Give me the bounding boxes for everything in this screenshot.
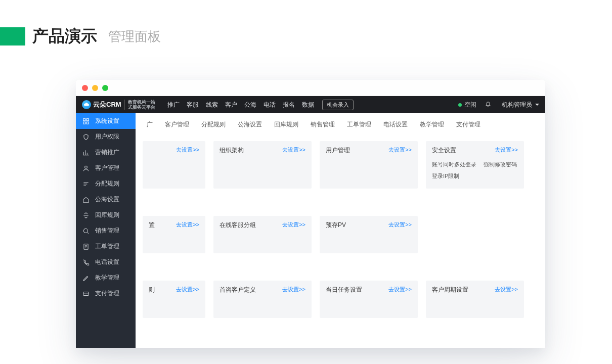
settings-card: 用户管理去设置>> — [320, 141, 418, 189]
status-text: 空闲 — [464, 101, 476, 109]
sidebar-item-label: 支付管理 — [95, 289, 119, 298]
app-window: 云朵CRM 教育机构一站 式服务云平台 推广客服线索客户公海电话报名数据 机会录… — [76, 80, 545, 348]
sidebar-item[interactable]: 工单管理 — [76, 239, 136, 254]
sidebar-item[interactable]: 系统设置 — [76, 113, 136, 129]
sidebar-item-label: 教学管理 — [95, 274, 119, 282]
doc-icon — [82, 243, 90, 251]
card-tag: 账号同时多处登录 — [432, 161, 476, 168]
settings-card: 则去设置>> — [143, 281, 205, 318]
go-settings-link[interactable]: 去设置>> — [176, 286, 199, 293]
shield-icon — [82, 133, 90, 141]
svg-rect-7 — [83, 292, 89, 295]
app-header: 云朵CRM 教育机构一站 式服务云平台 推广客服线索客户公海电话报名数据 机会录… — [76, 96, 545, 113]
sidebar-item-label: 工单管理 — [95, 242, 119, 251]
user-menu[interactable]: 机构管理员 — [485, 101, 539, 109]
nav-item[interactable]: 客户 — [225, 101, 237, 109]
content-area: 广客户管理分配规则公海设置回库规则销售管理工单管理电话设置教学管理支付管理 去设… — [136, 113, 545, 348]
go-settings-link[interactable]: 去设置>> — [176, 221, 199, 229]
settings-card: 置去设置>> — [143, 216, 205, 253]
card-area: 去设置>>组织架构去设置>>用户管理去设置>>安全设置去设置>>账号同时多处登录… — [136, 131, 545, 318]
app-header-left: 云朵CRM 教育机构一站 式服务云平台 推广客服线索客户公海电话报名数据 机会录… — [82, 100, 354, 110]
go-settings-link[interactable]: 去设置>> — [388, 221, 412, 229]
status-indicator[interactable]: 空闲 — [458, 101, 476, 109]
user-label: 机构管理员 — [502, 101, 532, 109]
nav-item[interactable]: 数据 — [302, 101, 314, 109]
nav-item[interactable]: 线索 — [206, 101, 218, 109]
tab-item[interactable]: 电话设置 — [379, 118, 412, 131]
window-zoom-icon[interactable] — [102, 85, 108, 91]
card-tag: 强制修改密码 — [484, 161, 517, 168]
tab-item[interactable]: 公海设置 — [234, 118, 266, 131]
user-icon — [82, 164, 90, 172]
sidebar: 系统设置用户权限营销推广客户管理分配规则公海设置回库规则销售管理工单管理电话设置… — [76, 113, 136, 348]
record-opportunity-button[interactable]: 机会录入 — [322, 100, 354, 110]
status-dot-icon — [458, 103, 462, 107]
go-settings-link[interactable]: 去设置>> — [282, 221, 305, 229]
tab-item[interactable]: 工单管理 — [343, 118, 375, 131]
brand-text: 云朵CRM — [93, 100, 121, 109]
settings-card: 组织架构去设置>> — [213, 141, 312, 189]
sidebar-item[interactable]: 分配规则 — [76, 176, 136, 192]
settings-card: 客户周期设置去设置>> — [426, 281, 524, 318]
sidebar-item[interactable]: 客户管理 — [76, 160, 136, 176]
brand-logo[interactable]: 云朵CRM 教育机构一站 式服务云平台 — [82, 100, 155, 110]
svg-rect-3 — [86, 122, 89, 124]
sales-icon — [82, 227, 90, 235]
sidebar-item[interactable]: 用户权限 — [76, 129, 136, 145]
card-icon — [82, 290, 90, 298]
sidebar-item-label: 回库规则 — [95, 211, 119, 219]
go-settings-link[interactable]: 去设置>> — [495, 286, 518, 293]
go-settings-link[interactable]: 去设置>> — [282, 286, 305, 293]
sidebar-item[interactable]: 销售管理 — [76, 223, 136, 239]
go-settings-link[interactable]: 去设置>> — [282, 146, 305, 154]
settings-card: 当日任务设置去设置>> — [320, 281, 418, 318]
settings-card: 首咨客户定义去设置>> — [213, 281, 312, 318]
card-row: 去设置>>组织架构去设置>>用户管理去设置>>安全设置去设置>>账号同时多处登录… — [143, 141, 538, 189]
sidebar-item[interactable]: 支付管理 — [76, 286, 136, 301]
go-settings-link[interactable]: 去设置>> — [495, 146, 518, 154]
sidebar-item[interactable]: 电话设置 — [76, 254, 136, 270]
nav-item[interactable]: 推广 — [167, 101, 180, 109]
tab-item[interactable]: 销售管理 — [307, 118, 339, 131]
rule-icon — [82, 180, 90, 188]
tab-item[interactable]: 客户管理 — [161, 118, 193, 131]
sidebar-item[interactable]: 营销推广 — [76, 145, 136, 160]
bell-icon — [485, 101, 492, 108]
brand-subtitle: 教育机构一站 式服务云平台 — [124, 100, 155, 110]
svg-rect-2 — [83, 122, 85, 124]
page-title: 产品演示 — [32, 25, 97, 48]
page-header: 产品演示 管理面板 — [0, 0, 612, 48]
nav-item[interactable]: 客服 — [187, 101, 199, 109]
go-settings-link[interactable]: 去设置>> — [176, 146, 199, 154]
chevron-down-icon — [535, 104, 539, 106]
card-tag: 登录IP限制 — [432, 172, 459, 180]
tab-item[interactable]: 教学管理 — [416, 118, 448, 131]
window-titlebar — [76, 80, 545, 96]
sidebar-item-label: 营销推广 — [95, 148, 119, 157]
sidebar-item[interactable]: 公海设置 — [76, 192, 136, 207]
cloud-icon — [82, 100, 91, 109]
card-row: 则去设置>>首咨客户定义去设置>>当日任务设置去设置>>客户周期设置去设置>> — [143, 281, 538, 318]
tab-item[interactable]: 分配规则 — [197, 118, 230, 131]
nav-item[interactable]: 电话 — [264, 101, 276, 109]
tab-item[interactable]: 回库规则 — [270, 118, 302, 131]
app-header-right: 空闲 机构管理员 — [458, 101, 539, 109]
nav-item[interactable]: 报名 — [283, 101, 295, 109]
sidebar-item-label: 公海设置 — [95, 195, 119, 204]
sidebar-item-label: 电话设置 — [95, 258, 119, 266]
tab-item[interactable]: 广 — [143, 118, 157, 131]
window-minimize-icon[interactable] — [92, 85, 98, 91]
settings-card: 安全设置去设置>>账号同时多处登录强制修改密码登录IP限制 — [426, 141, 524, 189]
go-settings-link[interactable]: 去设置>> — [388, 146, 412, 154]
window-close-icon[interactable] — [82, 85, 88, 91]
tab-item[interactable]: 支付管理 — [452, 118, 485, 131]
sidebar-item[interactable]: 教学管理 — [76, 270, 136, 286]
home-icon — [82, 196, 90, 204]
go-settings-link[interactable]: 去设置>> — [388, 286, 412, 293]
recycle-icon — [82, 211, 90, 219]
settings-card: 去设置>> — [143, 141, 205, 189]
nav-item[interactable]: 公海 — [244, 101, 256, 109]
card-row: 置去设置>>在线客服分组去设置>>预存PV去设置>> — [143, 216, 538, 253]
sidebar-item[interactable]: 回库规则 — [76, 207, 136, 223]
sidebar-item-label: 系统设置 — [95, 117, 119, 125]
